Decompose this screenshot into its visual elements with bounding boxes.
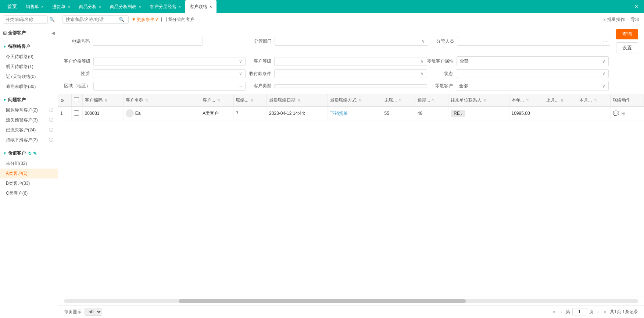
select-all-checkbox[interactable] xyxy=(74,97,79,102)
sidebar-item-b-class[interactable]: B类客户(33) xyxy=(0,179,58,188)
page-input[interactable] xyxy=(572,308,587,315)
value-customers-header[interactable]: ▼ 价值客户 ↻ ✎ xyxy=(0,148,58,159)
sidebar-item-today[interactable]: 今天待联络(0) xyxy=(0,52,58,62)
settings-icon[interactable]: ⚙ xyxy=(60,98,64,103)
td-last-method[interactable]: 下销货单 xyxy=(328,107,382,120)
td-checkbox[interactable] xyxy=(71,107,82,120)
dept-select[interactable]: ∨ xyxy=(275,37,428,46)
sidebar-item-a-class[interactable]: A类客户(1) xyxy=(0,169,58,179)
scroll-track[interactable] xyxy=(64,299,638,303)
payment-select[interactable]: ∨ xyxy=(274,69,427,78)
th-overdue[interactable]: 逾期... ⇅ xyxy=(415,94,448,107)
td-contact-count: 7 xyxy=(233,107,266,120)
batch-operation-button[interactable]: ☑ 批量操作 xyxy=(602,17,625,23)
filter-cell-dept: 分管部门 ∨ xyxy=(246,37,428,46)
status-select[interactable]: ∨ xyxy=(456,69,609,78)
message-icon[interactable]: 💬 xyxy=(613,110,619,116)
price-grade-select[interactable]: ∨ xyxy=(93,57,246,66)
sidebar-item-repurchase-abnormal[interactable]: 回购异常客户(2) ⓘ xyxy=(0,105,58,115)
th-last-month[interactable]: 上月... ⇅ xyxy=(544,94,577,107)
th-name[interactable]: 客户名称 ⇅ xyxy=(123,94,200,107)
tab-purchase[interactable]: 进货单 × xyxy=(48,0,74,13)
search-input[interactable] xyxy=(66,17,117,22)
th-uncontacted[interactable]: 未联... ⇅ xyxy=(382,94,415,107)
value-customers-section: ▼ 价值客户 ↻ ✎ 未分组(32) A类客户(1) B类客户(33) C类客户… xyxy=(0,146,58,200)
th-last-date[interactable]: 最后联络日期 ⇅ xyxy=(267,94,328,107)
th-this-year[interactable]: 本年... ⇅ xyxy=(509,94,544,107)
retail-select[interactable]: 全部 ∨ xyxy=(456,81,609,91)
sidebar-search-area: 🔍 xyxy=(0,13,58,26)
first-page-button[interactable]: « xyxy=(551,308,557,315)
refresh-icon-value[interactable]: ↻ xyxy=(28,151,32,156)
per-page-select[interactable]: 50 xyxy=(85,308,102,316)
region-select[interactable]: ··· xyxy=(93,82,246,91)
th-settings[interactable]: ⚙ xyxy=(58,94,71,107)
horizontal-scroll-area[interactable] xyxy=(58,297,644,305)
th-last-method[interactable]: 最后联络方式 ⇅ xyxy=(328,94,382,107)
close-all-button[interactable]: × xyxy=(632,3,641,10)
tab-close-analysis[interactable]: × xyxy=(99,4,101,9)
sidebar-item-7days[interactable]: 近7天待联络(0) xyxy=(0,72,58,82)
tab-close-purchase[interactable]: × xyxy=(68,4,70,9)
th-checkbox[interactable] xyxy=(71,94,82,107)
home-button[interactable]: 首页 xyxy=(3,3,21,10)
th-this-month[interactable]: 本月... ⇅ xyxy=(577,94,610,107)
tab-sales[interactable]: 销售单 × xyxy=(21,0,48,13)
problem-customers-header[interactable]: ▼ 问题客户 xyxy=(0,95,58,105)
row-checkbox-0[interactable] xyxy=(74,110,79,116)
table-header: ⚙ 客户编码 ⇅ 客户名称 ⇅ xyxy=(58,94,644,107)
tab-close-segment[interactable]: × xyxy=(179,4,181,9)
settings-button[interactable]: 设置 xyxy=(616,42,638,53)
tab-close-analysis-list[interactable]: × xyxy=(139,4,141,9)
sidebar-search-input[interactable] xyxy=(3,15,48,24)
my-customers-check[interactable] xyxy=(161,17,167,22)
pending-contact-header[interactable]: ▼ 待联络客户 xyxy=(0,41,58,52)
person-dots[interactable]: ··· xyxy=(603,39,607,44)
phone-input[interactable] xyxy=(93,37,203,46)
sidebar-item-loss-warning[interactable]: 流失预警客户(3) ⓘ xyxy=(0,115,58,125)
export-button[interactable]: ↑ 导出 xyxy=(628,17,640,23)
sidebar-item-c-class[interactable]: C类客户(6) xyxy=(0,188,58,198)
sidebar-item-overdue[interactable]: 逾期未联络(30) xyxy=(0,82,58,92)
tab-close-contact[interactable]: × xyxy=(210,4,212,9)
last-page-button[interactable]: » xyxy=(602,308,608,315)
status-label: 状态 xyxy=(427,71,453,77)
prev-page-button[interactable]: ‹ xyxy=(559,308,564,315)
tab-customer-contact[interactable]: 客户联络 × xyxy=(185,0,216,13)
sidebar-item-ungrouped[interactable]: 未分组(32) xyxy=(0,159,58,169)
last-method-link[interactable]: 下销货单 xyxy=(330,111,348,116)
more-filters-button[interactable]: ▼ 更多条件 ∨ xyxy=(132,17,158,23)
my-customers-checkbox[interactable]: 我分管的客户 xyxy=(161,17,194,23)
sidebar-item-tomorrow[interactable]: 明天待联络(1) xyxy=(0,62,58,72)
data-table: ⚙ 客户编码 ⇅ 客户名称 ⇅ xyxy=(58,94,644,120)
grade-select[interactable]: ∨ xyxy=(274,57,427,66)
td-action: 💬 ⊞ xyxy=(610,107,644,120)
filter-cell-status: 状态 ∨ xyxy=(427,69,609,78)
tab-product-analysis-list[interactable]: 商品分析列表 × xyxy=(105,0,145,13)
th-code[interactable]: 客户编码 ⇅ xyxy=(82,94,123,107)
filter-cell-nature: 性质 ∨ xyxy=(64,69,246,78)
scroll-thumb[interactable] xyxy=(179,299,466,303)
next-page-button[interactable]: › xyxy=(596,308,600,315)
sidebar-item-lost[interactable]: 已流失客户(24) ⓘ xyxy=(0,125,58,135)
th-contact-count[interactable]: 联络... ⇅ xyxy=(233,94,266,107)
all-customers-header[interactable]: ⊞ 全部客户 ◀ xyxy=(0,28,58,38)
nature-select[interactable]: ∨ xyxy=(93,69,246,78)
tab-product-analysis[interactable]: 商品分析 × xyxy=(75,0,105,13)
qr-icon[interactable]: ⊞ xyxy=(621,110,626,116)
person-select[interactable]: ··· xyxy=(457,37,610,46)
query-button[interactable]: 查询 xyxy=(616,29,638,39)
sidebar-search-icon[interactable]: 🔍 xyxy=(49,17,55,22)
region-dots[interactable]: ··· xyxy=(239,84,242,89)
collapse-icon: ◀ xyxy=(51,31,55,36)
edit-icon-value[interactable]: ✎ xyxy=(33,151,37,156)
th-type[interactable]: 客户... ⇅ xyxy=(200,94,233,107)
customer-type-select[interactable] xyxy=(274,84,427,88)
help-icon-loss: ⓘ xyxy=(49,117,53,123)
filter-icon: ▼ xyxy=(132,17,136,22)
th-contact2[interactable]: 往来单位联系人 ⇅ xyxy=(448,94,509,107)
sidebar-item-declining[interactable]: 持续下滑客户(2) ⓘ xyxy=(0,135,58,145)
tab-customer-segment[interactable]: 客户分层经营 × xyxy=(146,0,185,13)
retail-attr-select[interactable]: 全部 ∨ xyxy=(457,56,609,66)
tab-close-sales[interactable]: × xyxy=(41,4,43,9)
